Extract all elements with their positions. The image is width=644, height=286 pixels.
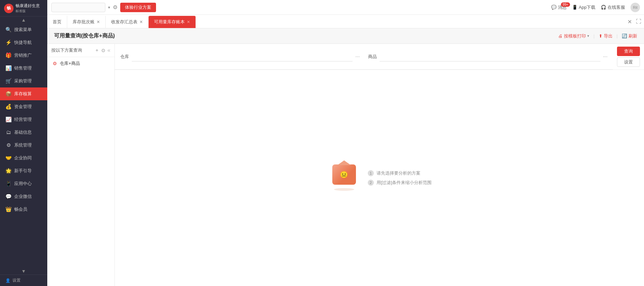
hint-text-1: 请先选择要分析的方案 bbox=[377, 170, 420, 176]
sidebar-item-member[interactable]: 👑 畅会员 bbox=[0, 203, 47, 216]
user-avatar-icon: 👤 bbox=[5, 278, 10, 283]
refresh-button[interactable]: 🔄 刷新 bbox=[622, 33, 637, 39]
search-icon: 🔍 bbox=[5, 27, 11, 33]
filter-row: 仓库 ··· 商品 ··· bbox=[115, 44, 613, 70]
filter-area: 仓库 ··· 商品 ··· 查询 设置 bbox=[115, 44, 644, 70]
action-separator2: | bbox=[617, 33, 618, 38]
sidebar-item-label: 营销推广 bbox=[14, 52, 32, 58]
sidebar-item-sales[interactable]: 📊 销售管理 bbox=[0, 62, 47, 75]
sidebar-item-label: 采购管理 bbox=[14, 78, 32, 84]
sidebar-item-finance[interactable]: 💰 资金管理 bbox=[0, 100, 47, 113]
settings-gear-icon[interactable]: ⚙ bbox=[113, 4, 118, 10]
sidebar-item-enterprise[interactable]: 🤝 企业协同 bbox=[0, 152, 47, 164]
tab-close-available-qty[interactable]: ✕ bbox=[187, 20, 190, 24]
warehouse-more-icon[interactable]: ··· bbox=[355, 54, 360, 60]
message-badge: 99+ bbox=[561, 2, 570, 7]
topbar: ▾ ⚙ 体验行业方案 💬 消息 99+ 📱 App下载 🎧 在线客服 Rit bbox=[47, 0, 644, 15]
sidebar-user[interactable]: 👤 设置 bbox=[0, 275, 47, 286]
tabbar-close-button[interactable]: ✕ bbox=[627, 18, 632, 25]
tab-close-summary[interactable]: ✕ bbox=[139, 20, 143, 24]
sidebar-item-inventory[interactable]: 📦 库存核算 bbox=[0, 87, 47, 100]
left-panel-actions: ＋ ⊙ « bbox=[95, 47, 110, 53]
message-button[interactable]: 💬 消息 99+ bbox=[551, 4, 567, 10]
sidebar-item-label: 搜索菜单 bbox=[14, 27, 32, 33]
sidebar-item-quicknav[interactable]: ⚡ 快捷导航 bbox=[0, 36, 47, 49]
online-service-button[interactable]: 🎧 在线客服 bbox=[601, 4, 625, 10]
operations-icon: 📈 bbox=[5, 116, 11, 123]
hint-num-2: 2 bbox=[368, 180, 374, 186]
tab-close-inventory-batch[interactable]: ✕ bbox=[97, 20, 100, 24]
sidebar-scroll-up[interactable]: ▲ bbox=[0, 17, 47, 23]
query-button[interactable]: 查询 bbox=[617, 47, 640, 56]
left-panel-title: 按以下方案查询 bbox=[51, 47, 82, 53]
sidebar-menu: 🔍 搜索菜单 ⚡ 快捷导航 🎁 营销推广 📊 销售管理 🛒 采购管理 📦 库存核… bbox=[0, 23, 47, 268]
left-panel: 按以下方案查询 ＋ ⊙ « ⚙ 仓库+商品 bbox=[47, 44, 115, 286]
sidebar-item-newguide[interactable]: 🌟 新手引导 bbox=[0, 164, 47, 177]
tab-home[interactable]: 首页 bbox=[47, 16, 67, 28]
empty-hint-1: 1 请先选择要分析的方案 bbox=[368, 170, 432, 176]
print-button[interactable]: 🖨 按模板打印 ▾ bbox=[558, 33, 589, 39]
goods-more-icon[interactable]: ··· bbox=[603, 54, 608, 60]
empty-box-graphic: 😐 bbox=[332, 164, 356, 185]
user-avatar[interactable]: Rit bbox=[630, 3, 640, 12]
sidebar-item-label: 企业微信 bbox=[14, 193, 32, 200]
search-input[interactable] bbox=[51, 3, 105, 12]
empty-hints: 1 请先选择要分析的方案 2 用[过滤]条件来缩小分析范围 bbox=[368, 170, 432, 186]
empty-face-icon: 😐 bbox=[340, 171, 348, 179]
warehouse-input[interactable] bbox=[132, 52, 353, 61]
warehouse-filter: 仓库 ··· bbox=[120, 52, 360, 61]
purchase-icon: 🛒 bbox=[5, 78, 11, 84]
enterprise-icon: 🤝 bbox=[5, 155, 11, 161]
sidebar-item-search[interactable]: 🔍 搜索菜单 bbox=[0, 23, 47, 36]
member-icon: 👑 bbox=[5, 206, 11, 212]
tab-available-qty[interactable]: 可用量库存账本 ✕ bbox=[149, 16, 196, 28]
sidebar-item-label: 系统管理 bbox=[14, 142, 32, 148]
basics-icon: 🗂 bbox=[5, 129, 11, 135]
action-separator: | bbox=[593, 33, 594, 38]
sidebar: 畅 畅康通好生意 标准版 ▲ 🔍 搜索菜单 ⚡ 快捷导航 🎁 营销推广 📊 销售… bbox=[0, 0, 47, 286]
app-edition: 标准版 bbox=[16, 9, 40, 14]
sidebar-item-basics[interactable]: 🗂 基础信息 bbox=[0, 126, 47, 139]
edit-scheme-button[interactable]: ⊙ bbox=[101, 48, 105, 53]
sidebar-scroll-down[interactable]: ▼ bbox=[0, 268, 47, 275]
hint-num-1: 1 bbox=[368, 170, 374, 176]
tabbar-expand-button[interactable]: ⛶ bbox=[636, 19, 641, 25]
finance-icon: 💰 bbox=[5, 104, 11, 110]
goods-input[interactable] bbox=[380, 52, 600, 61]
search-chevron-icon[interactable]: ▾ bbox=[108, 5, 110, 10]
sidebar-item-purchase[interactable]: 🛒 采购管理 bbox=[0, 75, 47, 87]
sidebar-item-marketing[interactable]: 🎁 营销推广 bbox=[0, 49, 47, 62]
sidebar-item-system[interactable]: ⚙ 系统管理 bbox=[0, 139, 47, 152]
quicknav-icon: ⚡ bbox=[5, 40, 11, 46]
sidebar-logo: 畅 畅康通好生意 标准版 bbox=[0, 0, 47, 17]
sidebar-item-operations[interactable]: 📈 经营管理 bbox=[0, 113, 47, 126]
app-download-button[interactable]: 📱 App下载 bbox=[572, 4, 595, 10]
sidebar-username: 设置 bbox=[12, 278, 21, 283]
sidebar-item-wechat[interactable]: 💬 企业微信 bbox=[0, 190, 47, 203]
sidebar-item-label: 新手引导 bbox=[14, 168, 32, 174]
avatar-text: Rit bbox=[633, 5, 637, 9]
filter-actions: 查询 设置 bbox=[613, 44, 644, 70]
wechat-icon: 💬 bbox=[5, 193, 11, 200]
sidebar-item-label: 销售管理 bbox=[14, 65, 32, 71]
goods-filter: 商品 ··· bbox=[368, 52, 608, 61]
left-panel-header: 按以下方案查询 ＋ ⊙ « bbox=[47, 44, 114, 57]
goods-label: 商品 bbox=[368, 54, 377, 60]
tab-inventory-batch[interactable]: 库存批次账 ✕ bbox=[67, 16, 106, 28]
scheme-item-warehouse-goods[interactable]: ⚙ 仓库+商品 bbox=[47, 57, 114, 70]
trial-button[interactable]: 体验行业方案 bbox=[120, 3, 156, 12]
tab-summary[interactable]: 收发存汇总表 ✕ bbox=[106, 16, 149, 28]
app-name: 畅康通好生意 bbox=[16, 3, 40, 9]
export-button[interactable]: ⬆ 导出 bbox=[599, 33, 613, 39]
scheme-item-label: 仓库+商品 bbox=[60, 60, 80, 67]
add-scheme-button[interactable]: ＋ bbox=[95, 47, 99, 53]
page-header: 可用量查询(按仓库+商品) 🖨 按模板打印 ▾ | ⬆ 导出 | 🔄 刷新 bbox=[47, 28, 644, 44]
main-area: ▾ ⚙ 体验行业方案 💬 消息 99+ 📱 App下载 🎧 在线客服 Rit bbox=[47, 0, 644, 286]
page-title: 可用量查询(按仓库+商品) bbox=[54, 32, 115, 40]
settings-button[interactable]: 设置 bbox=[617, 57, 640, 67]
sidebar-item-label: 基础信息 bbox=[14, 129, 32, 135]
inventory-icon: 📦 bbox=[5, 91, 11, 97]
collapse-panel-button[interactable]: « bbox=[107, 47, 110, 53]
sidebar-item-appcenter[interactable]: 📱 应用中心 bbox=[0, 177, 47, 190]
empty-shadow bbox=[334, 188, 354, 191]
